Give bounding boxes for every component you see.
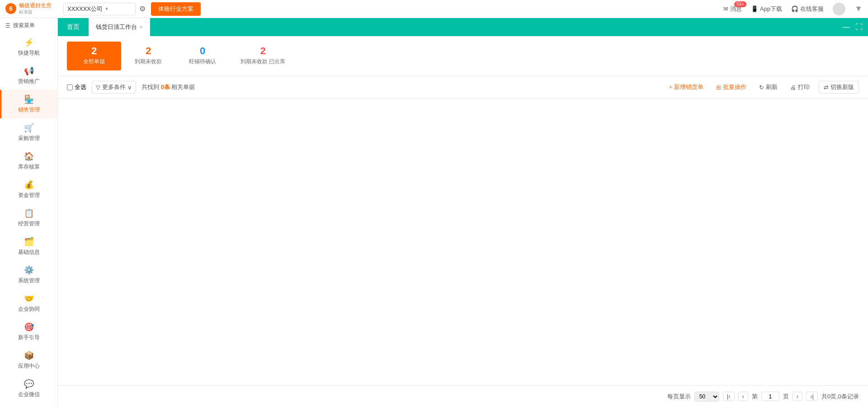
sidebar-item-finance[interactable]: 💰 资金管理 — [0, 175, 57, 204]
app-download-button[interactable]: 📱 App下载 — [751, 5, 782, 13]
sales-icon: 🏪 — [24, 94, 34, 104]
stat-tab-pending[interactable]: 0 旺铺待确认 — [175, 42, 230, 70]
sidebar-item-system[interactable]: ⚙️ 系统管理 — [0, 261, 57, 289]
stat-label-overdue: 到期未收款 — [135, 58, 162, 65]
stat-count-shipped: 2 — [260, 45, 266, 57]
sales-label: 销售管理 — [18, 106, 40, 114]
page-summary: 共0页,0条记录 — [821, 393, 859, 401]
last-page-button[interactable]: ›| — [806, 392, 818, 401]
quick-nav-label: 快捷导航 — [18, 49, 40, 57]
search-menu-icon: ☰ — [5, 23, 10, 29]
checkbox-input[interactable] — [67, 84, 73, 90]
tab-label: 钱货日清工作台 — [96, 23, 137, 31]
tab-maximize-button[interactable]: ⛶ — [854, 21, 864, 33]
avatar[interactable] — [833, 3, 845, 15]
switch-icon: ⇄ — [824, 84, 829, 91]
chevron-down-icon: ▼ — [104, 6, 109, 11]
marketing-label: 营销推广 — [18, 78, 40, 85]
sidebar-item-enterprise[interactable]: 🤝 企业协同 — [0, 289, 57, 318]
app-center-label: 应用中心 — [18, 362, 40, 370]
enterprise-icon: 🤝 — [24, 294, 34, 304]
sidebar-item-sales[interactable]: 🏪 销售管理 — [0, 90, 57, 118]
service-icon: 🎧 — [791, 5, 798, 12]
trial-button[interactable]: 体验行业方案 — [151, 2, 201, 16]
page-content: 2 全部单据 2 到期未收款 0 旺铺待确认 2 到期未收款 已出库 — [58, 36, 868, 407]
stat-count-pending: 0 — [200, 45, 205, 57]
stat-label-pending: 旺铺待确认 — [189, 58, 216, 65]
company-name: XXXXXX公司 — [67, 5, 103, 13]
sidebar-item-search-menu[interactable]: ☰ 搜索菜单 — [0, 18, 57, 33]
tab-bar-actions: — ⛶ — [841, 21, 868, 33]
wechat-icon: 💬 — [24, 379, 34, 389]
sidebar-item-purchase[interactable]: 🛒 采购管理 — [0, 118, 57, 147]
message-icon: ✉ — [723, 5, 728, 12]
sidebar-item-marketing[interactable]: 📢 营销推广 — [0, 61, 57, 90]
logo-text: 畅捷通好生意 — [19, 2, 52, 9]
toolbar-right: + 新增销货单 ⊞ 批量操作 ↻ 刷新 🖨 打印 ⇄ — [665, 81, 859, 94]
page-size-label: 每页显示 — [667, 393, 691, 401]
page-number-input[interactable] — [761, 392, 779, 401]
wechat-label: 企业微信 — [18, 391, 40, 398]
filter-chevron-icon: ∨ — [127, 84, 132, 91]
prev-page-button[interactable]: ‹ — [738, 392, 748, 401]
filter-button[interactable]: ▽ 更多条件 ∨ — [92, 81, 136, 94]
tab-home[interactable]: 首页 — [58, 18, 89, 36]
found-count: 0条 — [161, 84, 170, 90]
sidebar-item-basic-info[interactable]: 🗂️ 基础信息 — [0, 232, 57, 261]
stat-tab-overdue[interactable]: 2 到期未收款 — [121, 42, 175, 70]
sidebar: ☰ 搜索菜单 ⚡ 快捷导航 📢 营销推广 🏪 销售管理 🛒 采购管理 🏠 库存核… — [0, 18, 58, 407]
toolbar: 全选 ▽ 更多条件 ∨ 共找到 0条 相关单据 + 新增销货单 ⊞ 批量操作 — [58, 76, 868, 98]
download-icon: 📱 — [751, 5, 758, 12]
tab-minimize-button[interactable]: — — [841, 21, 852, 33]
inventory-label: 库存核算 — [18, 163, 40, 171]
app-center-icon: 📦 — [24, 351, 34, 360]
print-button[interactable]: 🖨 打印 — [787, 81, 813, 93]
filter-label: 更多条件 — [102, 83, 126, 91]
main-layout: ☰ 搜索菜单 ⚡ 快捷导航 📢 营销推广 🏪 销售管理 🛒 采购管理 🏠 库存核… — [0, 18, 868, 407]
found-text: 共找到 0条 相关单据 — [142, 83, 195, 91]
next-page-button[interactable]: › — [793, 392, 802, 401]
company-selector[interactable]: XXXXXX公司 ▼ — [63, 3, 136, 15]
operations-label: 经营管理 — [18, 220, 40, 228]
basic-info-label: 基础信息 — [18, 248, 40, 256]
first-page-button[interactable]: |‹ — [723, 392, 735, 401]
sidebar-item-inventory[interactable]: 🏠 库存核算 — [0, 147, 57, 175]
refresh-button[interactable]: ↻ 刷新 — [755, 81, 781, 93]
select-all-label: 全选 — [75, 83, 86, 91]
stat-label-shipped: 到期未收款 已出库 — [241, 58, 285, 65]
close-tab-icon[interactable]: × — [140, 24, 142, 30]
settings-icon[interactable]: ⚙ — [139, 5, 146, 13]
sidebar-item-guide[interactable]: 🎯 新手引导 — [0, 318, 57, 346]
finance-label: 资金管理 — [18, 192, 40, 199]
app-download-label: App下载 — [760, 5, 782, 13]
page-prefix: 第 — [752, 393, 758, 401]
sidebar-item-app-center[interactable]: 📦 应用中心 — [0, 346, 57, 374]
finance-icon: 💰 — [24, 180, 34, 190]
user-name[interactable]: ▼ — [854, 4, 863, 14]
logo-icon: 6 — [5, 3, 16, 14]
quick-nav-icon: ⚡ — [24, 37, 34, 47]
filter-icon: ▽ — [96, 84, 100, 91]
system-label: 系统管理 — [18, 277, 40, 285]
basic-info-icon: 🗂️ — [24, 237, 34, 247]
add-sales-order-button[interactable]: + 新增销货单 — [665, 81, 707, 93]
switch-version-button[interactable]: ⇄ 切换新版 — [819, 81, 859, 94]
inventory-icon: 🏠 — [24, 151, 34, 161]
batch-icon: ⊞ — [716, 84, 721, 91]
message-badge: 99+ — [734, 1, 746, 7]
batch-operation-button[interactable]: ⊞ 批量操作 — [712, 81, 750, 93]
enterprise-label: 企业协同 — [18, 305, 40, 313]
sidebar-item-operations[interactable]: 📋 经营管理 — [0, 204, 57, 232]
online-service-button[interactable]: 🎧 在线客服 — [791, 5, 824, 13]
sidebar-item-member[interactable]: ▽ 畅会员 — [0, 403, 57, 407]
sidebar-item-wechat[interactable]: 💬 企业微信 — [0, 374, 57, 403]
stat-tab-all[interactable]: 2 全部单据 — [67, 42, 121, 70]
stat-label-all: 全部单据 — [83, 58, 105, 65]
select-all-checkbox[interactable]: 全选 — [67, 83, 86, 91]
message-button[interactable]: ✉ 消息 99+ — [723, 5, 742, 13]
tab-current[interactable]: 钱货日清工作台 × — [89, 18, 150, 36]
stat-tab-shipped[interactable]: 2 到期未收款 已出库 — [230, 42, 296, 70]
page-size-select[interactable]: 50 100 200 — [694, 392, 719, 402]
sidebar-item-quick-nav[interactable]: ⚡ 快捷导航 — [0, 33, 57, 61]
service-label: 在线客服 — [800, 5, 824, 13]
